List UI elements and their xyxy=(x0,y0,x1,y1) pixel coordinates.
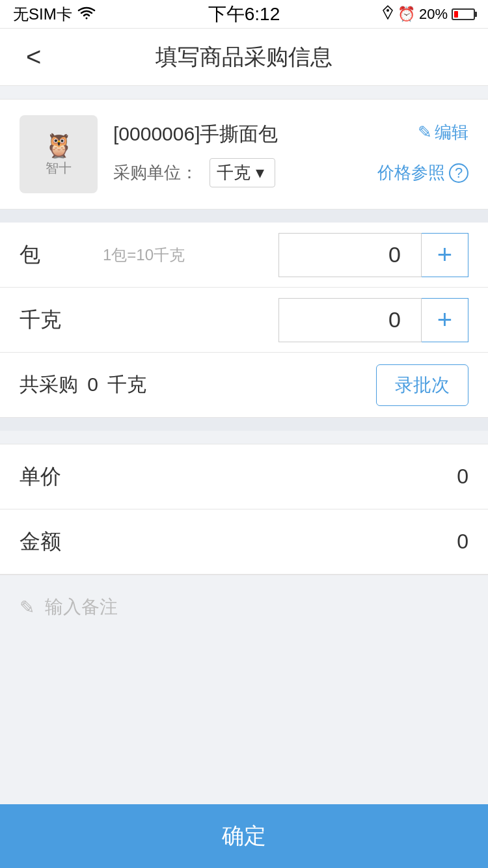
amount-row: 金额 0 xyxy=(0,509,488,575)
kg-label: 千克 xyxy=(20,306,98,334)
amount-value: 0 xyxy=(457,530,468,554)
carrier-text: 无SIM卡 xyxy=(13,4,72,25)
product-card: 🦉 智十 [0000006]手撕面包 ✎ 编辑 采购单位： 千克 ▾ 价格参照 … xyxy=(0,99,488,210)
alarm-icon: ⏰ xyxy=(398,6,415,23)
wifi-icon xyxy=(77,5,96,23)
pencil-icon: ✎ xyxy=(20,597,34,618)
battery-icon xyxy=(452,8,475,20)
notes-input-area[interactable]: ✎ 输入备注 xyxy=(20,595,468,619)
product-thumbnail: 🦉 智十 xyxy=(20,115,98,193)
status-bar: 无SIM卡 下午6:12 ⏰ 20% xyxy=(0,0,488,29)
unit-dropdown[interactable]: 千克 ▾ xyxy=(210,158,275,187)
batch-button[interactable]: 录批次 xyxy=(376,364,468,406)
price-ref-help-icon: ? xyxy=(449,163,468,183)
product-info: [0000006]手撕面包 ✎ 编辑 采购单位： 千克 ▾ 价格参照 ? xyxy=(113,121,468,187)
product-name: [0000006]手撕面包 xyxy=(113,121,278,148)
unit-price-value: 0 xyxy=(457,465,468,489)
bag-plus-button[interactable]: + xyxy=(422,233,468,277)
kg-input-row: 千克 + xyxy=(0,288,488,353)
battery-fill xyxy=(454,11,458,18)
section-divider-1 xyxy=(0,210,488,223)
kg-plus-button[interactable]: + xyxy=(422,298,468,342)
location-icon xyxy=(382,5,394,23)
nav-bar: < 填写商品采购信息 xyxy=(0,29,488,86)
kg-quantity-input[interactable] xyxy=(278,298,422,342)
edit-icon: ✎ xyxy=(418,122,432,142)
kg-input-right: + xyxy=(278,298,468,342)
price-section: 单价 0 金额 0 xyxy=(0,444,488,575)
unit-price-label: 单价 xyxy=(20,463,61,491)
back-button[interactable]: < xyxy=(20,36,47,78)
product-name-row: [0000006]手撕面包 ✎ 编辑 xyxy=(113,121,468,148)
edit-link[interactable]: ✎ 编辑 xyxy=(418,121,468,144)
bag-input-row: 包 1包=10千克 + xyxy=(0,223,488,288)
confirm-bar[interactable]: 确定 xyxy=(0,804,488,868)
unit-row: 采购单位： 千克 ▾ 价格参照 ? xyxy=(113,158,468,187)
svg-point-0 xyxy=(386,9,389,12)
status-left: 无SIM卡 xyxy=(13,4,96,25)
status-time: 下午6:12 xyxy=(208,2,280,27)
page-title: 填写商品采购信息 xyxy=(156,42,332,72)
battery-text: 20% xyxy=(419,6,448,23)
bag-input-right: + xyxy=(278,233,468,277)
bag-sublabel: 1包=10千克 xyxy=(103,245,185,265)
summary-row: 共采购 0 千克 录批次 xyxy=(0,353,488,418)
bag-quantity-input[interactable] xyxy=(278,233,422,277)
chevron-down-icon: ▾ xyxy=(256,163,264,183)
amount-label: 金额 xyxy=(20,528,61,556)
summary-text: 共采购 0 千克 xyxy=(20,372,146,398)
section-divider-2 xyxy=(0,418,488,431)
price-ref-link[interactable]: 价格参照 ? xyxy=(377,161,468,184)
product-logo: 🦉 智十 xyxy=(44,132,74,177)
unit-select-group: 采购单位： 千克 ▾ xyxy=(113,158,275,187)
input-section: 包 1包=10千克 + 千克 + 共采购 0 千克 录批次 xyxy=(0,223,488,418)
confirm-button-label[interactable]: 确定 xyxy=(222,821,266,851)
notes-section[interactable]: ✎ 输入备注 xyxy=(0,575,488,809)
notes-placeholder: 输入备注 xyxy=(45,595,118,619)
bag-label: 包 xyxy=(20,241,98,269)
unit-label: 采购单位： xyxy=(113,163,198,182)
status-right: ⏰ 20% xyxy=(382,5,475,23)
unit-price-row: 单价 0 xyxy=(0,444,488,509)
